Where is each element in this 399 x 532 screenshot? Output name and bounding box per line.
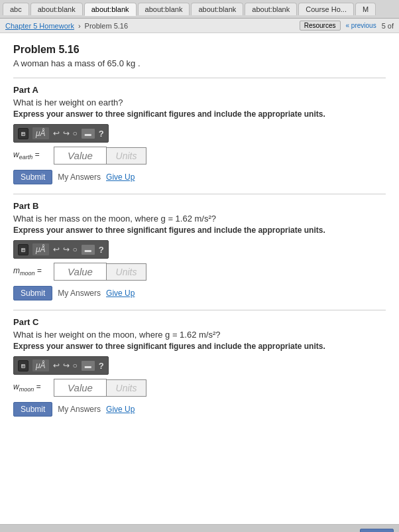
part-a-instruction: Express your answer to three significant… bbox=[13, 109, 386, 119]
breadcrumb-bar: Chapter 5 Homework › Problem 5.16 Resour… bbox=[0, 19, 399, 33]
breadcrumb-chapter[interactable]: Chapter 5 Homework bbox=[5, 22, 74, 30]
tab-blank5[interactable]: about:blank bbox=[245, 3, 297, 15]
part-b-section: Part B What is her mass on the moon, whe… bbox=[13, 194, 386, 300]
part-a-toolbar: ⊞ μÅ ↩ ↪ ○ ▬ ? bbox=[13, 124, 109, 143]
breadcrumb-right: Resources « previous 5 of bbox=[300, 21, 394, 31]
part-a-give-up-link[interactable]: Give Up bbox=[106, 172, 135, 182]
part-c-answer-label: wmoon = bbox=[13, 382, 50, 393]
part-b-question: What is her mass on the moon, where g = … bbox=[13, 214, 386, 224]
resources-button[interactable]: Resources bbox=[300, 21, 341, 31]
part-c-buttons-row: Submit My Answers Give Up bbox=[13, 402, 386, 417]
part-a-toolbar-rect[interactable]: ▬ bbox=[81, 128, 95, 139]
part-b-toolbar-help[interactable]: ? bbox=[99, 245, 104, 255]
part-a-toolbar-undo[interactable]: ↩ bbox=[53, 129, 60, 138]
part-c-toolbar-rect[interactable]: ▬ bbox=[81, 360, 95, 371]
part-c-toolbar-mu[interactable]: μÅ bbox=[32, 359, 50, 372]
part-c-value-input[interactable] bbox=[54, 379, 107, 397]
part-a-answer-label: wearth = bbox=[13, 150, 50, 161]
bottom-bar: Provide Feedback Cont bbox=[0, 524, 399, 532]
browser-tabs: abc about:blank about:blank about:blank … bbox=[0, 0, 399, 19]
part-b-answer-label: mmoon = bbox=[13, 266, 50, 277]
part-b-label: Part B bbox=[13, 201, 386, 211]
part-c-my-answers-link[interactable]: My Answers bbox=[58, 405, 101, 414]
part-b-toolbar: ⊞ μÅ ↩ ↪ ○ ▬ ? bbox=[13, 240, 109, 259]
part-b-toolbar-redo[interactable]: ↪ bbox=[63, 245, 70, 254]
nav-next: 5 of bbox=[382, 22, 394, 30]
part-a-label: Part A bbox=[13, 85, 386, 95]
part-a-toolbar-help[interactable]: ? bbox=[99, 129, 104, 139]
breadcrumb-problem: Problem 5.16 bbox=[85, 22, 128, 30]
breadcrumb-left: Chapter 5 Homework › Problem 5.16 bbox=[5, 22, 128, 30]
part-b-value-input[interactable] bbox=[54, 263, 107, 281]
tab-abc[interactable]: abc bbox=[3, 3, 29, 15]
part-c-toolbar-grid-icon[interactable]: ⊞ bbox=[18, 360, 28, 371]
part-b-my-answers-link[interactable]: My Answers bbox=[58, 289, 101, 298]
part-a-value-input[interactable] bbox=[54, 147, 107, 165]
part-c-toolbar: ⊞ μÅ ↩ ↪ ○ ▬ ? bbox=[13, 356, 109, 375]
part-a-submit-button[interactable]: Submit bbox=[13, 170, 52, 184]
part-c-give-up-link[interactable]: Give Up bbox=[106, 405, 135, 414]
part-c-question: What is her weight on the moon, where g … bbox=[13, 330, 386, 340]
part-c-answer-row: wmoon = Units bbox=[13, 379, 386, 397]
part-a-buttons-row: Submit My Answers Give Up bbox=[13, 170, 386, 184]
part-c-label: Part C bbox=[13, 317, 386, 327]
part-a-toolbar-grid-icon[interactable]: ⊞ bbox=[18, 128, 28, 139]
part-b-give-up-link[interactable]: Give Up bbox=[106, 289, 135, 298]
part-b-submit-button[interactable]: Submit bbox=[13, 286, 52, 300]
part-c-section: Part C What is her weight on the moon, w… bbox=[13, 310, 386, 417]
part-a-my-answers-link[interactable]: My Answers bbox=[58, 172, 101, 182]
part-b-units-input[interactable]: Units bbox=[107, 263, 146, 281]
part-c-submit-button[interactable]: Submit bbox=[13, 402, 52, 417]
part-c-toolbar-undo[interactable]: ↩ bbox=[53, 361, 60, 370]
part-c-toolbar-redo[interactable]: ↪ bbox=[63, 361, 70, 370]
part-b-buttons-row: Submit My Answers Give Up bbox=[13, 286, 386, 300]
part-b-toolbar-mu[interactable]: μÅ bbox=[32, 243, 50, 256]
part-a-units-input[interactable]: Units bbox=[107, 147, 146, 165]
part-b-answer-row: mmoon = Units bbox=[13, 263, 386, 281]
part-a-answer-row: wearth = Units bbox=[13, 147, 386, 165]
tab-blank2-active[interactable]: about:blank bbox=[84, 3, 137, 16]
part-a-section: Part A What is her weight on earth? Expr… bbox=[13, 78, 386, 184]
problem-description: A woman has a mass of 65.0 kg . bbox=[13, 58, 386, 68]
part-c-toolbar-help[interactable]: ? bbox=[99, 361, 104, 371]
part-b-instruction: Express your answer to three significant… bbox=[13, 226, 386, 235]
tab-m[interactable]: M bbox=[355, 3, 376, 15]
tab-course[interactable]: Course Ho... bbox=[298, 3, 354, 15]
part-c-instruction: Express your answer to three significant… bbox=[13, 342, 386, 351]
part-c-toolbar-refresh[interactable]: ○ bbox=[73, 361, 78, 370]
part-b-toolbar-undo[interactable]: ↩ bbox=[53, 245, 60, 254]
nav-previous[interactable]: « previous bbox=[346, 22, 376, 29]
tab-blank4[interactable]: about:blank bbox=[191, 3, 243, 15]
part-b-toolbar-refresh[interactable]: ○ bbox=[73, 245, 78, 254]
continue-button[interactable]: Cont bbox=[360, 529, 394, 533]
part-a-toolbar-redo[interactable]: ↪ bbox=[63, 129, 70, 138]
part-a-question: What is her weight on earth? bbox=[13, 98, 386, 107]
part-a-toolbar-refresh[interactable]: ○ bbox=[73, 129, 78, 138]
part-b-toolbar-rect[interactable]: ▬ bbox=[81, 244, 95, 255]
part-b-toolbar-grid-icon[interactable]: ⊞ bbox=[18, 244, 28, 255]
tab-blank1[interactable]: about:blank bbox=[30, 3, 83, 15]
breadcrumb-separator: › bbox=[78, 22, 81, 30]
problem-title: Problem 5.16 bbox=[13, 44, 386, 56]
tab-blank3[interactable]: about:blank bbox=[138, 3, 190, 15]
main-content: Problem 5.16 A woman has a mass of 65.0 … bbox=[0, 33, 399, 524]
part-a-toolbar-mu[interactable]: μÅ bbox=[32, 127, 50, 140]
part-c-units-input[interactable]: Units bbox=[107, 379, 146, 397]
